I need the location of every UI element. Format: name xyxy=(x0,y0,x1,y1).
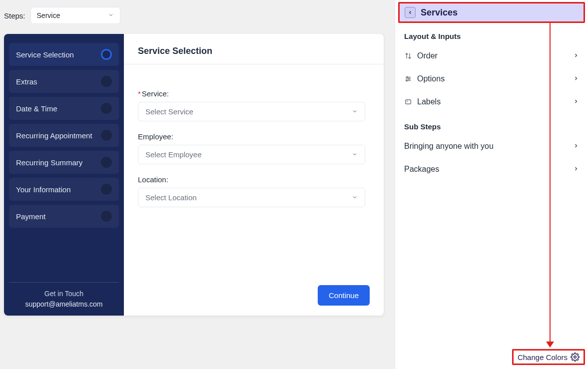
rp-item-label: Order xyxy=(417,51,438,60)
step-dot-icon xyxy=(101,76,112,87)
chevron-down-icon xyxy=(352,150,358,159)
step-dot-icon xyxy=(101,130,112,141)
page-title: Service Selection xyxy=(138,46,370,64)
chevron-right-icon xyxy=(573,142,579,151)
select-placeholder: Select Service xyxy=(145,107,193,116)
sidebar-item-your-information[interactable]: Your Information xyxy=(9,178,119,201)
chevron-down-icon xyxy=(352,107,358,116)
sidebar-item-recurring-summary[interactable]: Recurring Summary xyxy=(9,151,119,174)
rp-item-label: Packages xyxy=(404,165,439,174)
sidebar-item-label: Your Information xyxy=(16,185,71,194)
chevron-down-icon xyxy=(352,193,358,202)
rp-item-order[interactable]: Order xyxy=(395,44,588,67)
sidebar-item-extras[interactable]: Extras xyxy=(9,70,119,93)
svg-point-8 xyxy=(574,356,577,359)
svg-point-3 xyxy=(409,78,410,79)
section-layout-inputs: Layout & Inputs xyxy=(395,23,588,44)
divider xyxy=(124,64,384,64)
employee-label: Employee: xyxy=(138,132,370,141)
chevron-right-icon xyxy=(573,51,579,60)
location-label: Location: xyxy=(138,175,370,184)
sidebar-item-label: Payment xyxy=(16,212,45,221)
order-icon xyxy=(404,52,412,59)
sidebar-item-label: Recurring Appointment xyxy=(16,131,92,140)
options-icon xyxy=(404,75,412,82)
service-select[interactable]: Select Service xyxy=(138,102,365,121)
svg-point-1 xyxy=(407,76,408,77)
annotation-arrow-line xyxy=(550,23,551,343)
sidebar-footer: Get in Touch support@ameliatms.com xyxy=(9,289,119,310)
change-colors-button[interactable]: Change Colors xyxy=(512,349,585,365)
step-dot-icon xyxy=(101,103,112,114)
rp-item-label: Labels xyxy=(417,97,441,106)
footer-line1: Get in Touch xyxy=(9,289,119,299)
footer-line2: support@ameliatms.com xyxy=(9,299,119,310)
sidebar-item-label: Date & Time xyxy=(16,104,57,113)
chevron-right-icon xyxy=(573,97,579,106)
sidebar: Service Selection Extras Date & Time Rec… xyxy=(4,34,124,316)
back-button[interactable] xyxy=(405,7,416,18)
sidebar-item-payment[interactable]: Payment xyxy=(9,205,119,228)
change-colors-label: Change Colors xyxy=(518,353,568,362)
rp-item-options[interactable]: Options xyxy=(395,67,588,90)
section-sub-steps: Sub Steps xyxy=(395,113,588,135)
chevron-right-icon xyxy=(573,74,579,83)
select-placeholder: Select Location xyxy=(145,193,197,202)
rp-item-packages[interactable]: Packages xyxy=(395,158,588,181)
annotation-arrow-head xyxy=(546,342,554,348)
steps-label: Steps: xyxy=(4,11,25,20)
continue-button[interactable]: Continue xyxy=(318,285,370,306)
step-dot-icon xyxy=(101,49,112,60)
rp-item-label: Options xyxy=(417,74,445,83)
sidebar-item-label: Extras xyxy=(16,77,37,86)
sidebar-item-recurring-appointment[interactable]: Recurring Appointment xyxy=(9,124,119,147)
employee-select[interactable]: Select Employee xyxy=(138,145,365,164)
steps-select-value: Service xyxy=(37,11,60,19)
rp-item-label: Bringing anyone with you xyxy=(404,142,494,151)
sidebar-item-label: Recurring Summary xyxy=(16,158,82,167)
select-placeholder: Select Employee xyxy=(145,150,202,159)
chevron-down-icon xyxy=(108,11,114,19)
step-dot-icon xyxy=(101,184,112,195)
sidebar-item-service-selection[interactable]: Service Selection xyxy=(9,43,119,66)
svg-point-5 xyxy=(406,80,407,81)
right-panel-header: Services xyxy=(398,2,585,23)
sidebar-item-date-time[interactable]: Date & Time xyxy=(9,97,119,120)
location-select[interactable]: Select Location xyxy=(138,188,365,207)
steps-select[interactable]: Service xyxy=(30,7,120,24)
labels-icon xyxy=(404,98,412,105)
rp-item-labels[interactable]: Labels xyxy=(395,90,588,113)
main-panel: Service Selection *Service: Select Servi… xyxy=(124,34,384,316)
service-label: *Service: xyxy=(138,89,370,98)
right-panel-title: Services xyxy=(421,7,458,18)
step-dot-icon xyxy=(101,157,112,168)
gear-icon xyxy=(571,353,580,362)
step-dot-icon xyxy=(101,211,112,222)
rp-item-bringing-anyone[interactable]: Bringing anyone with you xyxy=(395,135,588,158)
booking-card: Service Selection Extras Date & Time Rec… xyxy=(4,34,384,316)
chevron-right-icon xyxy=(573,165,579,174)
svg-rect-6 xyxy=(406,100,411,104)
sidebar-item-label: Service Selection xyxy=(16,50,74,59)
right-panel: Services Layout & Inputs Order Options L… xyxy=(395,0,588,369)
